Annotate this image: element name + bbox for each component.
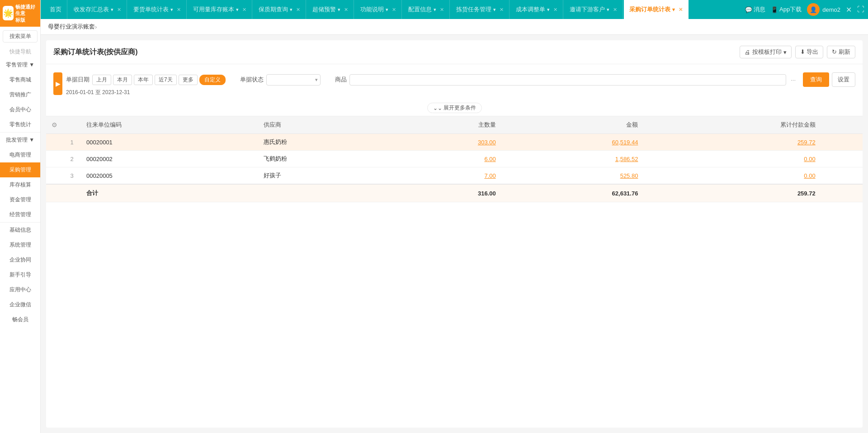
- status-select[interactable]: [266, 74, 321, 86]
- sidebar-item-wholesale[interactable]: 批发管理 ▼: [0, 133, 40, 148]
- tab-overstock[interactable]: 超储预警 ▾ ✕: [307, 0, 354, 19]
- goods-more-icon[interactable]: ···: [789, 76, 797, 83]
- row2-paid-link[interactable]: 0.00: [804, 156, 815, 162]
- tab-config-info[interactable]: 配置信息 ▾ ✕: [403, 0, 450, 19]
- date-btn-7days[interactable]: 近7天: [155, 75, 177, 85]
- tab-func-desc[interactable]: 功能说明 ▾ ✕: [355, 0, 402, 19]
- filter-section: ▶ 单据日期 上月 本月 本年 近7天 更多: [46, 64, 863, 116]
- goods-input[interactable]: [349, 74, 786, 86]
- tab-invite-close[interactable]: ✕: [613, 7, 617, 13]
- th-gear: ⚙: [46, 116, 63, 134]
- sidebar-item-retail-stats[interactable]: 零售统计: [0, 117, 40, 132]
- sidebar-item-retail-shop[interactable]: 零售商城: [0, 72, 40, 87]
- date-btn-this-month[interactable]: 本月: [113, 75, 132, 85]
- row3-amount-link[interactable]: 525.80: [620, 172, 638, 179]
- footer-gear: [46, 184, 63, 202]
- row3-qty-link[interactable]: 7.00: [484, 172, 495, 179]
- tab-collect-summary[interactable]: 收发存汇总表 ▾ ✕: [68, 0, 127, 19]
- row2-gear: [46, 151, 63, 167]
- table-row: 1 00020001 惠氏奶粉 303.00 60,519.44 259.72: [46, 134, 863, 151]
- export-button[interactable]: ⬇ 导出: [795, 46, 824, 58]
- th-extra: [821, 116, 863, 134]
- retail-mgmt-label: 零售管理 ▼: [6, 61, 34, 69]
- sidebar-item-finance[interactable]: 资金管理: [0, 192, 40, 207]
- sidebar-item-inventory[interactable]: 库存核算: [0, 177, 40, 192]
- filter-toggle-button[interactable]: ▶: [53, 72, 62, 95]
- tab-expiry-query[interactable]: 保质期查询 ▾ ✕: [253, 0, 306, 19]
- date-btn-more[interactable]: 更多: [179, 75, 198, 85]
- tab-func-arrow: ▾: [386, 7, 388, 13]
- row2-qty: 6.00: [390, 151, 501, 167]
- tab-cost-arrow: ▾: [547, 7, 550, 13]
- tab-available-stock[interactable]: 可用量库存账本 ▾ ✕: [188, 0, 252, 19]
- sidebar-item-newbie[interactable]: 新手引导: [0, 267, 40, 282]
- window-close-icon[interactable]: ✕: [846, 5, 852, 14]
- tab-home[interactable]: 首页: [44, 0, 67, 19]
- tab-pickup-task[interactable]: 拣货任务管理 ▾ ✕: [451, 0, 509, 19]
- avatar-image: 👤: [810, 6, 817, 13]
- tab-expiry-close[interactable]: ✕: [296, 7, 300, 13]
- tab-cost-adjust[interactable]: 成本调整单 ▾ ✕: [510, 0, 563, 19]
- date-range-display: 2016-01-01 至 2023-12-31: [66, 89, 855, 96]
- sidebar-item-member[interactable]: 畅会员: [0, 312, 40, 327]
- sidebar-item-marketing[interactable]: 营销推广: [0, 87, 40, 102]
- tab-purchase-summary[interactable]: 采购订单统计表 ▾ ✕: [624, 0, 689, 19]
- template-print-button[interactable]: 🖨 按模板打印 ▾: [740, 46, 792, 58]
- user-info[interactable]: 👤 demo2: [807, 3, 840, 16]
- message-btn[interactable]: 💬 消息: [745, 5, 765, 14]
- tab-config-close[interactable]: ✕: [440, 7, 444, 13]
- tab-collect-close[interactable]: ✕: [117, 7, 121, 13]
- row1-paid-link[interactable]: 259.72: [797, 139, 816, 146]
- app-center-label: 应用中心: [9, 286, 31, 294]
- tab-goods-summary[interactable]: 要货单统计表 ▾ ✕: [128, 0, 187, 19]
- sidebar-item-sys-mgmt[interactable]: 系统管理: [0, 238, 40, 252]
- sidebar-item-app-center[interactable]: 应用中心: [0, 282, 40, 297]
- export-icon: ⬇: [800, 48, 805, 55]
- sidebar-item-basic-info[interactable]: 基础信息: [0, 223, 40, 238]
- sidebar-item-retail-mgmt[interactable]: 零售管理 ▼: [0, 57, 40, 72]
- date-btn-last-month[interactable]: 上月: [92, 75, 111, 85]
- query-button[interactable]: 查询: [803, 72, 829, 87]
- sidebar-item-operation[interactable]: 经营管理: [0, 207, 40, 222]
- date-btn-this-year[interactable]: 本年: [134, 75, 153, 85]
- row3-paid-link[interactable]: 0.00: [804, 172, 815, 179]
- tab-collect-arrow: ▾: [111, 7, 113, 13]
- tab-pickup-close[interactable]: ✕: [500, 7, 504, 13]
- row1-qty-link[interactable]: 303.00: [478, 139, 496, 146]
- tab-cost-close[interactable]: ✕: [553, 7, 557, 13]
- row2-amount-link[interactable]: 1,586.52: [615, 156, 638, 162]
- tab-available-close[interactable]: ✕: [242, 7, 246, 13]
- member-center-label: 会员中心: [9, 106, 31, 114]
- expand-more-button[interactable]: ⌄⌄ 展开更多条件: [427, 103, 482, 113]
- sidebar-item-corp-collab[interactable]: 企业协同: [0, 252, 40, 267]
- sidebar-item-member-center[interactable]: 会员中心: [0, 102, 40, 117]
- tab-purchase-close[interactable]: ✕: [679, 7, 683, 13]
- sidebar-item-ecommerce[interactable]: 电商管理: [0, 148, 40, 162]
- row1-paid: 259.72: [643, 134, 821, 151]
- row1-amount-link[interactable]: 60,519.44: [612, 139, 638, 146]
- row2-extra: [821, 151, 863, 167]
- tab-invite-downstream[interactable]: 邀请下游客户 ▾ ✕: [564, 0, 623, 19]
- row3-qty: 7.00: [390, 167, 501, 185]
- column-config-icon[interactable]: ⚙: [52, 121, 57, 128]
- tab-goods-arrow: ▾: [170, 7, 173, 13]
- sidebar-item-purchase[interactable]: 采购管理: [0, 162, 40, 177]
- search-menu-button[interactable]: 搜索菜单: [3, 30, 38, 43]
- filter-row-1: 单据日期 上月 本月 本年 近7天 更多 自定义: [66, 72, 855, 87]
- header-chevron-icon[interactable]: ›: [95, 24, 97, 30]
- refresh-button[interactable]: ↻ 刷新: [827, 46, 855, 58]
- app-download-btn[interactable]: 📱 App下载: [771, 5, 802, 14]
- window-maximize-icon[interactable]: ⛶: [857, 5, 864, 14]
- tab-func-close[interactable]: ✕: [392, 7, 396, 13]
- date-btn-custom[interactable]: 自定义: [199, 75, 226, 85]
- tab-overstock-close[interactable]: ✕: [344, 7, 348, 13]
- sidebar-item-corp-wechat[interactable]: 企业微信: [0, 297, 40, 312]
- topbar: 首页 收发存汇总表 ▾ ✕ 要货单统计表 ▾ ✕ 可用量库存账本 ▾ ✕ 保质期…: [41, 0, 868, 19]
- user-avatar: 👤: [807, 3, 820, 16]
- page-actions: 🖨 按模板打印 ▾ ⬇ 导出 ↻ 刷新: [740, 46, 855, 58]
- tab-goods-close[interactable]: ✕: [177, 7, 181, 13]
- settings-button[interactable]: 设置: [832, 72, 855, 87]
- tab-expiry-arrow: ▾: [290, 7, 292, 13]
- date-quick-btns: 上月 本月 本年 近7天 更多 自定义: [92, 75, 226, 85]
- row2-qty-link[interactable]: 6.00: [484, 156, 495, 162]
